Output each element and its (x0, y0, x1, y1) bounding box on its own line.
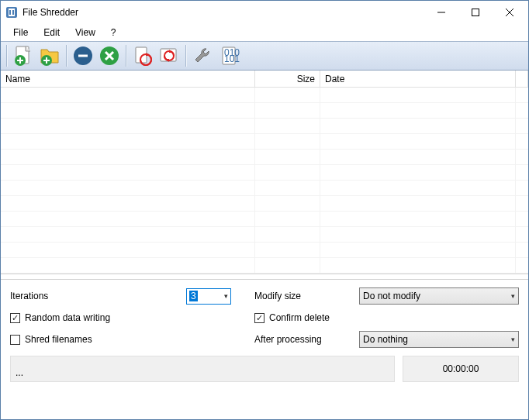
modify-size-value: Do not modify (363, 291, 420, 301)
status-text: ... (10, 356, 395, 382)
iterations-input[interactable]: 3 ▾ (186, 288, 231, 305)
add-file-button[interactable] (11, 43, 36, 68)
close-button[interactable] (493, 2, 527, 23)
list-header: Name Size Date (1, 71, 528, 88)
menu-file[interactable]: File (5, 26, 36, 40)
options-panel: Iterations 3 ▾ Modify size Do not modify… (1, 279, 528, 387)
shred-x-icon (99, 45, 120, 67)
menu-help[interactable]: ? (103, 26, 124, 40)
file-add-icon (12, 45, 34, 67)
checkbox-icon (10, 313, 20, 323)
svg-rect-2 (9, 10, 11, 15)
add-folder-button[interactable] (37, 43, 62, 68)
menu-view[interactable]: View (67, 26, 103, 40)
chevron-down-icon: ▾ (511, 336, 515, 343)
confirm-delete-checkbox[interactable]: Confirm delete (254, 312, 519, 323)
after-processing-value: Do nothing (363, 334, 408, 345)
page-refresh-button[interactable] (130, 43, 155, 68)
minus-icon (72, 45, 94, 67)
refresh-button[interactable] (157, 43, 182, 68)
random-data-checkbox[interactable]: Random data writing (10, 312, 231, 323)
menu-edit[interactable]: Edit (36, 26, 67, 40)
chevron-down-icon: ▾ (224, 292, 228, 300)
window-title: File Shredder (22, 7, 424, 18)
after-processing-label: After processing (254, 334, 359, 345)
file-list: Name Size Date (1, 71, 528, 274)
svg-rect-5 (472, 9, 479, 16)
maximize-button[interactable] (458, 2, 493, 23)
random-data-label: Random data writing (25, 312, 110, 323)
svg-rect-3 (12, 10, 14, 15)
iterations-label: Iterations (10, 291, 123, 301)
toolbar: 010101 (1, 41, 528, 71)
remove-button[interactable] (71, 43, 95, 68)
column-name[interactable]: Name (1, 71, 255, 87)
refresh-icon (158, 45, 180, 67)
shred-button[interactable] (97, 43, 122, 68)
menubar: File Edit View ? (1, 24, 528, 41)
shred-filenames-checkbox[interactable]: Shred filenames (10, 334, 231, 345)
titlebar: File Shredder (1, 1, 528, 24)
modify-size-select[interactable]: Do not modify ▾ (359, 287, 519, 305)
binary-file-button[interactable]: 010101 (216, 43, 241, 68)
wrench-icon (192, 45, 213, 67)
after-processing-select[interactable]: Do nothing ▾ (359, 331, 519, 348)
iterations-value: 3 (189, 291, 198, 301)
app-icon (5, 6, 18, 19)
shred-filenames-label: Shred filenames (25, 334, 92, 345)
elapsed-time: 00:00:00 (403, 356, 519, 382)
page-refresh-icon (132, 45, 154, 67)
settings-button[interactable] (190, 43, 215, 68)
checkbox-icon (254, 313, 264, 323)
column-size[interactable]: Size (255, 71, 320, 87)
column-pad (516, 71, 528, 87)
binary-icon: 010101 (218, 45, 240, 67)
list-body[interactable] (1, 88, 528, 274)
checkbox-icon (10, 335, 20, 345)
column-date[interactable]: Date (320, 71, 516, 87)
chevron-down-icon: ▾ (511, 292, 515, 300)
confirm-delete-label: Confirm delete (269, 312, 330, 323)
minimize-button[interactable] (424, 2, 458, 23)
svg-text:101: 101 (224, 53, 240, 64)
folder-add-icon (39, 45, 61, 67)
modify-size-label: Modify size (254, 291, 359, 301)
